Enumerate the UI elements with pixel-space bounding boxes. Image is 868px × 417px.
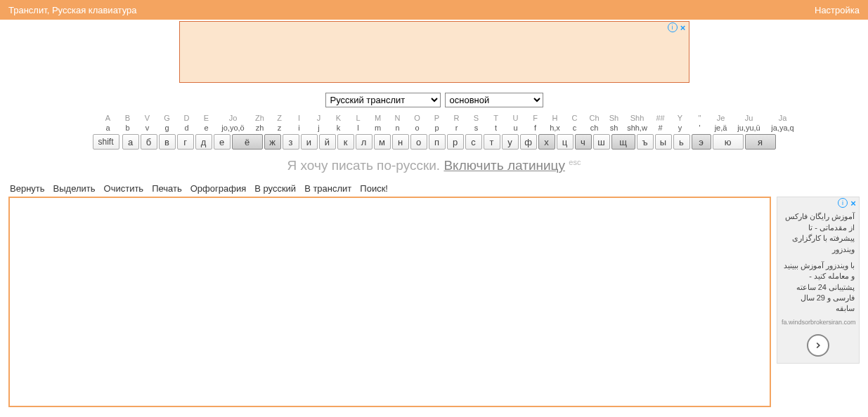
key-р[interactable]: р	[447, 134, 464, 150]
key-label-bot: #	[658, 123, 662, 133]
key-х[interactable]: х	[538, 134, 555, 150]
key-label-top: E	[204, 113, 209, 123]
key-label-top: A	[105, 113, 110, 123]
key-label-col: Jojo,yo,ö	[217, 113, 250, 133]
key-label-col: Chch	[585, 113, 604, 133]
key-ц[interactable]: ц	[557, 134, 574, 150]
key-label-col: Tt	[487, 113, 505, 133]
shift-key[interactable]: shift	[93, 134, 119, 150]
key-label-top: I	[298, 113, 300, 123]
key-label-bot: j	[318, 123, 319, 133]
key-label-col: Rr	[448, 113, 466, 133]
language-select[interactable]: Русский транслит	[325, 93, 441, 107]
key-я[interactable]: я	[745, 134, 776, 150]
ad-info-icon[interactable]: i	[668, 22, 678, 32]
toolbar-печать[interactable]: Печать	[152, 183, 182, 194]
key-label-top: Je	[717, 113, 725, 123]
key-label-top: Shh	[630, 113, 644, 123]
hint-text: Я хочу писать по-русски. Включить латини…	[0, 151, 868, 183]
text-editor[interactable]	[8, 197, 771, 407]
ad-close-icon[interactable]: ×	[678, 22, 688, 32]
ad-info-icon[interactable]: i	[838, 198, 848, 208]
key-label-col: Uu	[507, 113, 525, 133]
key-п[interactable]: п	[429, 134, 446, 150]
key-ф[interactable]: ф	[520, 134, 537, 150]
key-щ[interactable]: щ	[611, 134, 635, 150]
key-label-bot: f	[534, 123, 536, 133]
key-label-bot: m	[375, 123, 381, 133]
key-label-bot: l	[357, 123, 358, 133]
key-label-top: Jo	[229, 113, 238, 123]
toolbar-орфография[interactable]: Орфография	[190, 183, 246, 194]
key-label-top: B	[125, 113, 130, 123]
key-label-col: Mm	[369, 113, 387, 133]
key-label-top: O	[414, 113, 420, 123]
key-ё[interactable]: ё	[232, 134, 263, 150]
key-label-top: ##	[656, 113, 664, 123]
key-в[interactable]: в	[159, 134, 176, 150]
settings-link[interactable]: Настройка	[815, 5, 860, 15]
key-label-col: Bb	[119, 113, 137, 133]
key-label-top: R	[454, 113, 460, 123]
top-ad-banner[interactable]: i ×	[179, 21, 689, 83]
key-а[interactable]: а	[122, 134, 139, 150]
key-т[interactable]: т	[484, 134, 500, 150]
key-label-top: N	[395, 113, 401, 123]
key-label-bot: je,ä	[715, 123, 727, 133]
toolbar-вернуть[interactable]: Вернуть	[10, 183, 45, 194]
key-label-col: Ll	[349, 113, 368, 133]
key-label-col: Ee	[197, 113, 216, 133]
key-к[interactable]: к	[337, 134, 354, 150]
side-ad[interactable]: i × آموزش رایگان فارکس از مقدماتی - تا پ…	[777, 197, 860, 364]
key-б[interactable]: б	[141, 134, 157, 150]
key-label-top: T	[493, 113, 498, 123]
topbar-title[interactable]: Транслит, Русская клавиатура	[8, 5, 137, 15]
key-label-top: C	[572, 113, 578, 123]
key-label-top: Ch	[589, 113, 599, 123]
key-label-bot: h,x	[550, 123, 560, 133]
key-label-col: Yy	[671, 113, 689, 133]
key-label-top: ''	[698, 113, 701, 123]
key-о[interactable]: о	[410, 134, 427, 150]
layout-select[interactable]: основной	[445, 93, 543, 107]
key-ж[interactable]: ж	[264, 134, 281, 150]
key-label-col: Shsh	[605, 113, 623, 133]
key-г[interactable]: г	[177, 134, 194, 150]
key-у[interactable]: у	[502, 134, 519, 150]
toolbar-поиск![interactable]: Поиск!	[360, 183, 388, 194]
key-ь[interactable]: ь	[673, 134, 690, 150]
key-е[interactable]: е	[214, 134, 231, 150]
toolbar-в русский[interactable]: В русский	[254, 183, 296, 194]
chevron-right-icon	[813, 340, 823, 350]
key-м[interactable]: м	[374, 134, 391, 150]
key-з[interactable]: з	[283, 134, 299, 150]
key-label-bot: k	[337, 123, 341, 133]
key-д[interactable]: д	[195, 134, 212, 150]
key-label-bot: p	[434, 123, 439, 133]
key-э[interactable]: э	[692, 134, 711, 150]
key-и[interactable]: и	[301, 134, 318, 150]
key-label-bot: jo,yo,ö	[221, 123, 244, 133]
key-label-col: '''	[691, 113, 709, 133]
key-label-col: Oo	[408, 113, 427, 133]
key-label-col: Aa	[99, 113, 117, 133]
key-н[interactable]: н	[392, 134, 409, 150]
key-label-col: Ii	[290, 113, 309, 133]
toolbar-выделить[interactable]: Выделить	[53, 183, 96, 194]
key-ч[interactable]: ч	[575, 134, 592, 150]
ad-next-button[interactable]	[807, 334, 829, 357]
key-ы[interactable]: ы	[655, 134, 672, 150]
key-й[interactable]: й	[319, 134, 336, 150]
key-ю[interactable]: ю	[713, 134, 744, 150]
key-ъ[interactable]: ъ	[637, 134, 654, 150]
key-label-top: V	[145, 113, 150, 123]
key-label-bot: sh	[610, 123, 618, 133]
toolbar-очистить[interactable]: Очистить	[104, 183, 144, 194]
key-л[interactable]: л	[356, 134, 373, 150]
ad-close-icon[interactable]: ×	[848, 198, 858, 208]
key-label-top: M	[375, 113, 381, 123]
key-ш[interactable]: ш	[593, 134, 610, 150]
key-с[interactable]: с	[465, 134, 482, 150]
toolbar-в транслит[interactable]: В транслит	[304, 183, 351, 194]
toggle-latin-link[interactable]: Включить латиницу	[443, 158, 565, 173]
